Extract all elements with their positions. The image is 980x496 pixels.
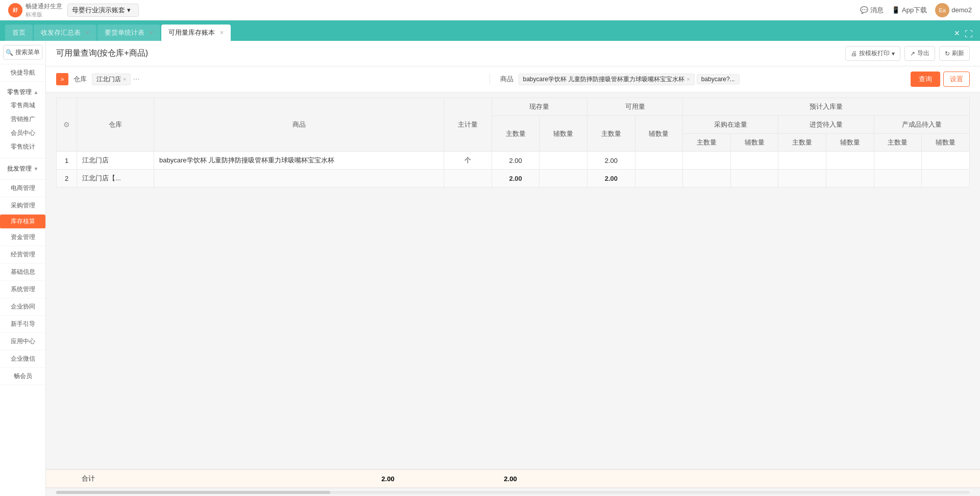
sidebar-item-marketing[interactable]: 营销推广 [3,112,42,126]
footer-available-main: 2.00 [480,475,541,483]
tab-available-inventory-close[interactable]: × [220,29,224,36]
sidebar-item-purchase[interactable]: 采购管理 [0,197,45,215]
footer-current-main: 2.00 [357,475,419,483]
logo-icon: 好 [8,3,22,17]
tab-home-label: 首页 [12,28,26,37]
sidebar-item-app-center[interactable]: 应用中心 [0,333,45,350]
sidebar-item-enterprise-wechat[interactable]: 企业微信 [0,350,45,368]
query-btn[interactable]: 查询 [911,72,940,87]
sidebar-item-finance[interactable]: 资金管理 [0,229,45,246]
row-1-purchase-aux [730,152,778,170]
export-btn[interactable]: ↗ 导出 [904,46,935,61]
sidebar-item-member-app[interactable]: 畅会员 [0,368,45,385]
filter-area: » 仓库 江北门店 × ··· 商品 babycare学饮杯 儿童防摔防撞吸管杯… [46,66,980,92]
logo-text-area: 畅捷通好生意 标准版 [26,2,62,18]
sidebar-item-operations[interactable]: 经营管理 [0,246,45,264]
sidebar-item-quick-nav[interactable]: 快捷导航 [0,64,45,82]
scrollbar-thumb[interactable] [56,491,330,494]
tab-available-inventory[interactable]: 可用量库存账本 × [161,25,231,41]
fullscreen-btn[interactable]: ⛶ [963,28,975,41]
wholesale-label: 批发管理 [7,164,32,173]
avatar-initial: Ea [939,7,946,13]
sidebar-item-system[interactable]: 系统管理 [0,281,45,298]
wholesale-management-title[interactable]: 批发管理 ▼ [3,162,42,175]
row-1-available-aux [635,152,683,170]
refresh-btn[interactable]: ↻ 刷新 [939,46,970,61]
filter-expand-btn[interactable]: » [56,73,68,85]
row-1-unit: 个 [444,152,492,170]
warehouse-more-btn[interactable]: ··· [133,75,139,84]
th-pending-main-qty: 主数量 [778,134,826,152]
tab-home[interactable]: 首页 [5,25,33,41]
warehouse-tag-value: 江北门店 [96,75,121,84]
message-icon: 💬 [860,6,868,14]
product-filter-label: 商品 [500,75,513,84]
tab-order-stats-label: 要货单统计表 [105,28,144,37]
row-1-warehouse: 江北门店 [77,152,154,170]
search-menu-btn[interactable]: 🔍 搜索菜单 [3,45,42,60]
industry-selector[interactable]: 母婴行业演示账套 ▾ [67,4,139,17]
sidebar-item-retail-stats[interactable]: 零售统计 [3,140,42,154]
sidebar-item-ecommerce[interactable]: 电商管理 [0,180,45,197]
app-download-label: App下载 [902,6,927,15]
sidebar-search-area: 🔍 搜索菜单 [0,41,45,64]
th-current-stock-group: 现存量 [492,98,587,116]
page-actions: 🖨 按模板打印 ▾ ↗ 导出 ↻ 刷新 [845,46,970,61]
close-all-tabs-btn[interactable]: × [952,26,962,41]
warehouse-filter-tags: 江北门店 × ··· [92,74,479,85]
row-2-available-main: 2.00 [587,170,635,187]
sidebar-item-enterprise-collab[interactable]: 企业协同 [0,298,45,316]
scrollbar-area [46,488,980,496]
sidebar-item-members[interactable]: 会员中心 [3,126,42,140]
retail-label: 零售管理 [7,88,32,97]
tab-receipt-summary-label: 收发存汇总表 [41,28,81,37]
th-purchase-transit-group: 采购在途量 [683,116,778,134]
tab-receipt-summary-close[interactable]: × [86,29,89,36]
tab-order-stats[interactable]: 要货单统计表 × [97,25,160,41]
row-2-unit [444,170,492,187]
filter-settings-btn[interactable]: 设置 [943,72,970,87]
sidebar-section-wholesale: 批发管理 ▼ [0,158,45,180]
row-2-current-aux [540,170,587,187]
tab-order-stats-close[interactable]: × [150,29,153,36]
search-icon: 🔍 [6,49,13,56]
row-1-pending-main [778,152,826,170]
scrollbar-track[interactable] [56,491,970,494]
top-bar-right: 💬 消息 📱 App下载 Ea demo2 [860,3,972,17]
warehouse-tag[interactable]: 江北门店 × [92,74,131,85]
sidebar-item-basic-info[interactable]: 基础信息 [0,264,45,281]
product-tag-2[interactable]: babycare?... [697,74,740,84]
product-tag-1[interactable]: babycare学饮杯 儿童防摔防撞吸管杯重力球吸嘴杯宝宝水杯 × [519,74,695,85]
th-current-aux-qty: 辅数量 [540,116,587,152]
tab-receipt-summary[interactable]: 收发存汇总表 × [34,25,96,41]
th-settings: ⚙ [57,98,77,152]
th-pending-purchase-group: 进货待入量 [778,116,874,134]
th-production-main-qty: 主数量 [874,134,922,152]
row-1-index: 1 [57,152,77,170]
sidebar: 🔍 搜索菜单 快捷导航 零售管理 ▲ 零售商城 营销推广 会员中心 零售统计 批… [0,41,46,496]
warehouse-filter-label: 仓库 [74,75,87,84]
th-current-main-qty: 主数量 [492,116,540,152]
message-btn[interactable]: 💬 消息 [860,6,884,15]
row-2-warehouse: 江北门店【... [77,170,154,187]
print-template-btn[interactable]: 🖨 按模板打印 ▾ [845,46,900,61]
th-pending-production-group: 产成品待入量 [874,116,969,134]
th-production-aux-qty: 辅数量 [922,134,970,152]
logo-area: 好 畅捷通好生意 标准版 [8,2,62,18]
sidebar-item-retail-mall[interactable]: 零售商城 [3,99,42,112]
th-available-group: 可用量 [587,98,683,116]
avatar: Ea [935,3,949,17]
sidebar-item-inventory[interactable]: 库存核算 [0,215,45,229]
wholesale-arrow-icon: ▼ [34,166,39,172]
page-header: 可用量查询(按仓库+商品) 🖨 按模板打印 ▾ ↗ 导出 ↻ 刷新 [46,41,980,66]
app-download-btn[interactable]: 📱 App下载 [892,6,927,15]
column-settings-icon[interactable]: ⚙ [63,121,70,129]
retail-management-title[interactable]: 零售管理 ▲ [3,86,42,99]
product-tag-1-remove[interactable]: × [687,76,690,82]
warehouse-tag-remove[interactable]: × [123,76,126,82]
filter-divider [489,74,490,84]
quick-nav-label: 快捷导航 [11,69,35,76]
row-2-available-aux [635,170,683,187]
user-area[interactable]: Ea demo2 [935,3,972,17]
sidebar-item-new-guide[interactable]: 新手引导 [0,316,45,333]
